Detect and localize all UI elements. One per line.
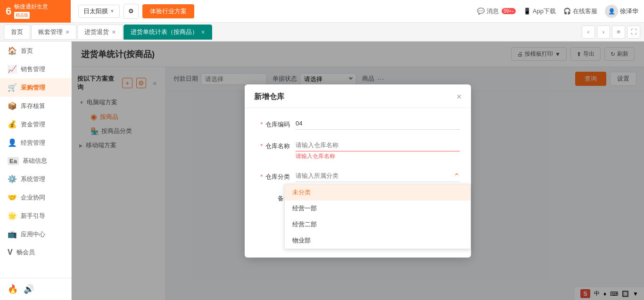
category-input[interactable] <box>296 170 460 182</box>
messages-badge: 99++ <box>502 8 516 14</box>
tab-accounts[interactable]: 账套管理 × <box>31 25 76 40</box>
tab-purchase-stats-label: 进货单统计表（按商品） <box>131 28 198 36</box>
sidebar-item-system-label: 系统管理 <box>21 175 45 183</box>
sidebar-item-home[interactable]: 🏠 首页 <box>0 42 71 60</box>
sidebar-item-enterprise[interactable]: 🤝 企业协同 <box>0 188 71 207</box>
required-star-name: * <box>260 142 263 150</box>
tab-controls: ‹ › ≡ ⛶ <box>582 25 640 39</box>
sidebar-item-finance[interactable]: 💰 资金管理 <box>0 115 71 133</box>
store-selector[interactable]: 日太阳膜 ▼ <box>78 5 120 18</box>
messages-button[interactable]: 💬 消息 99++ <box>477 7 516 16</box>
avatar: 👤 <box>605 5 618 18</box>
tab-accounts-close[interactable]: × <box>66 28 69 36</box>
apps-icon: 📺 <box>8 230 17 239</box>
sidebar-item-inventory-label: 库存核算 <box>21 102 45 110</box>
main-layout: 🏠 首页 📈 销售管理 🛒 采购管理 📦 库存核算 💰 资金管理 👤 经营管理 … <box>0 42 644 300</box>
dialog-title: 新增仓库 <box>254 92 284 102</box>
dialog-new-warehouse: 新增仓库 × * 仓库编码 <box>245 84 471 258</box>
name-control: 请输入仓库名称 <box>296 139 460 160</box>
messages-label: 消息 <box>487 7 499 16</box>
name-error-msg: 请输入仓库名称 <box>296 152 460 160</box>
sidebar-item-operations[interactable]: 👤 经营管理 <box>0 133 71 152</box>
customer-service-button[interactable]: 🎧 在线客服 <box>563 7 597 16</box>
code-label: * 仓库编码 <box>256 117 290 129</box>
finance-icon: 💰 <box>8 120 17 129</box>
sales-icon: 📈 <box>8 65 17 74</box>
code-input[interactable] <box>296 117 460 130</box>
required-star-cat: * <box>260 173 263 180</box>
tab-home[interactable]: 首页 <box>4 25 30 40</box>
tab-fullscreen-button[interactable]: ⛶ <box>627 25 640 39</box>
logo-icon: 6 <box>6 5 11 17</box>
enterprise-icon: 🤝 <box>8 193 17 202</box>
tab-home-label: 首页 <box>11 28 23 36</box>
sidebar-item-guide[interactable]: 🌟 新手引导 <box>0 207 71 225</box>
sidebar-item-inventory[interactable]: 📦 库存核算 <box>0 97 71 115</box>
form-row-category: * 仓库分类 ⌃ 未分类 经营一部 经营二部 <box>256 170 460 182</box>
dropdown-item-ops1[interactable]: 经营一部 <box>285 200 471 217</box>
dialog-header: 新增仓库 × <box>245 84 471 108</box>
home-icon: 🏠 <box>8 46 17 55</box>
top-header: 6 畅捷通好生意 精品版 日太阳膜 ▼ ⚙ 体验行业方案 💬 消息 99++ 📱… <box>0 0 644 23</box>
username: 徐泽华 <box>620 7 638 16</box>
sidebar-item-member[interactable]: V 畅会员 <box>0 243 71 261</box>
sidebar-item-home-label: 首页 <box>21 47 33 55</box>
tab-purchase-stats-close[interactable]: × <box>201 28 205 36</box>
operations-icon: 👤 <box>8 138 17 147</box>
sidebar: 🏠 首页 📈 销售管理 🛒 采购管理 📦 库存核算 💰 资金管理 👤 经营管理 … <box>0 42 72 300</box>
logo-badge: 精品版 <box>14 12 30 19</box>
sidebar-item-base-info-label: 基础信息 <box>23 157 47 165</box>
sidebar-item-purchase-label: 采购管理 <box>21 83 45 92</box>
tab-prev-button[interactable]: ‹ <box>582 25 595 39</box>
dropdown-item-uncategorized[interactable]: 未分类 <box>285 184 471 200</box>
sidebar-bottom: 🔥 🔊 <box>0 278 71 300</box>
dialog-overlay: 新增仓库 × * 仓库编码 <box>72 42 644 300</box>
tab-bar: 首页 账套管理 × 进货退货 × 进货单统计表（按商品） × ‹ › ≡ ⛶ <box>0 23 644 42</box>
purchase-icon: 🛒 <box>8 83 17 92</box>
headset-icon: 🎧 <box>563 8 571 15</box>
inventory-icon: 📦 <box>8 101 17 110</box>
dialog-body: * 仓库编码 * 仓库名称 <box>245 108 471 231</box>
dropdown-toggle-icon[interactable]: ⌃ <box>454 171 460 180</box>
dialog-close-button[interactable]: × <box>456 92 462 101</box>
tab-accounts-label: 账套管理 <box>38 28 63 36</box>
logo-area: 6 畅捷通好生意 精品版 <box>0 0 71 23</box>
trial-button[interactable]: 体验行业方案 <box>142 4 194 18</box>
volume-icon[interactable]: 🔊 <box>24 284 34 294</box>
form-row-name: * 仓库名称 请输入仓库名称 <box>256 139 460 160</box>
system-icon: ⚙️ <box>8 175 17 183</box>
sidebar-item-base-info[interactable]: Ea 基础信息 <box>0 152 71 170</box>
user-area[interactable]: 👤 徐泽华 <box>605 5 638 18</box>
sidebar-item-apps[interactable]: 📺 应用中心 <box>0 225 71 243</box>
sidebar-item-operations-label: 经营管理 <box>21 139 45 147</box>
mobile-icon: 📱 <box>523 8 531 15</box>
dropdown-item-property[interactable]: 物业部 <box>285 233 471 249</box>
sidebar-item-sales[interactable]: 📈 销售管理 <box>0 60 71 78</box>
category-label: * 仓库分类 <box>256 170 290 181</box>
sidebar-item-enterprise-label: 企业协同 <box>21 193 45 202</box>
category-control: ⌃ 未分类 经营一部 经营二部 物业部 <box>296 170 460 182</box>
app-download-button[interactable]: 📱 App下载 <box>523 7 556 16</box>
category-dropdown-list: 未分类 经营一部 经营二部 物业部 <box>284 184 471 249</box>
tab-purchase-stats[interactable]: 进货单统计表（按商品） × <box>124 25 212 40</box>
tab-purchase-return-label: 进货退货 <box>84 28 109 36</box>
tab-purchase-return-close[interactable]: × <box>112 28 116 36</box>
sidebar-item-system[interactable]: ⚙️ 系统管理 <box>0 170 71 188</box>
header-right: 💬 消息 99++ 📱 App下载 🎧 在线客服 👤 徐泽华 <box>477 5 638 18</box>
chevron-down-icon: ▼ <box>110 8 115 14</box>
code-control <box>296 117 460 130</box>
logo-text: 畅捷通好生意 <box>14 3 48 11</box>
tab-next-button[interactable]: › <box>597 25 610 39</box>
sidebar-item-member-label: 畅会员 <box>17 248 35 257</box>
store-name: 日太阳膜 <box>83 7 108 16</box>
sidebar-item-purchase[interactable]: 🛒 采购管理 <box>0 78 71 97</box>
required-star: * <box>260 121 263 128</box>
dropdown-item-ops2[interactable]: 经营二部 <box>285 217 471 233</box>
tab-purchase-return[interactable]: 进货退货 × <box>77 25 123 40</box>
name-input[interactable] <box>296 139 460 151</box>
form-row-code: * 仓库编码 <box>256 117 460 130</box>
settings-button[interactable]: ⚙ <box>124 4 139 19</box>
sidebar-item-sales-label: 销售管理 <box>21 65 45 74</box>
tab-menu-button[interactable]: ≡ <box>612 25 625 39</box>
fire-icon[interactable]: 🔥 <box>8 284 18 294</box>
